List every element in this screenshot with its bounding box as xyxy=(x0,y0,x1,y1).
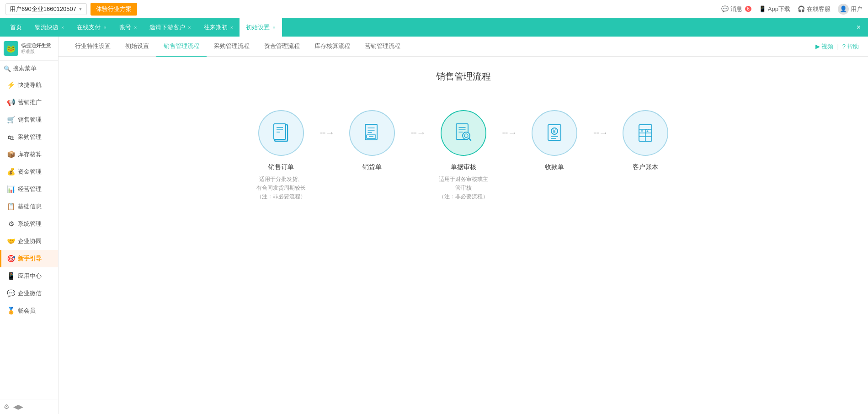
user-item[interactable]: 👤 用户 xyxy=(838,4,863,15)
svg-line-13 xyxy=(469,138,471,141)
sidebar-item-label: 采购管理 xyxy=(18,133,42,141)
sidebar-item-sys-mgmt[interactable]: ⚙ 系统管理 xyxy=(0,215,58,233)
sidebar-item-label: 企业微信 xyxy=(18,289,42,297)
subtab-industry[interactable]: 行业特性设置 xyxy=(68,37,118,57)
download-icon: 📱 xyxy=(759,5,766,12)
settings-icon[interactable]: ⚙ xyxy=(4,403,10,410)
step-name-customer-ledger: 客户账本 xyxy=(633,163,658,171)
sidebar-logo: 🐸 畅捷通好生意 标准版 xyxy=(0,37,58,61)
step-circle-customer-ledger[interactable]: ¥ ¥ xyxy=(623,110,668,156)
nav-tab-logistics-label: 物流快递 xyxy=(35,23,59,32)
step-circle-sales-invoice[interactable] xyxy=(349,110,395,156)
close-icon[interactable]: × xyxy=(134,25,137,30)
flow-steps: 销售订单 适用于分批发货、有合同发货周期较长（注：非必要流程） - - → xyxy=(77,110,850,202)
logo-title: 畅捷通好生意 xyxy=(21,42,51,48)
step-desc-sales-order: 适用于分批发货、有合同发货周期较长（注：非必要流程） xyxy=(256,175,306,202)
close-icon[interactable]: × xyxy=(272,25,275,30)
nav-tab-home[interactable]: 首页 xyxy=(4,18,28,37)
video-link[interactable]: ▶ 视频 xyxy=(815,42,833,51)
nav-tab-account[interactable]: 账号 × xyxy=(113,18,143,37)
sidebar-item-marketing[interactable]: 📢 营销推广 xyxy=(0,94,58,111)
sidebar-item-sales[interactable]: 🛒 销售管理 xyxy=(0,111,58,128)
sidebar-item-capital[interactable]: 💰 资金管理 xyxy=(0,163,58,180)
nav-tab-invite-label: 邀请下游客户 xyxy=(149,23,185,32)
sidebar-item-label: 资金管理 xyxy=(18,168,42,176)
sidebar-item-label: 畅会员 xyxy=(18,307,36,315)
help-label: 帮助 xyxy=(847,42,859,51)
nav-bar-close-button[interactable]: × xyxy=(853,23,864,32)
search-label: 搜索菜单 xyxy=(13,64,37,73)
step-doc-review: 单据审核 适用于财务审核或主管审核（注：非必要流程） xyxy=(427,110,500,202)
subtab-inventory-flow[interactable]: 库存核算流程 xyxy=(307,37,357,57)
sidebar-item-enterprise-wechat[interactable]: 💬 企业微信 xyxy=(0,285,58,302)
logo-sub: 标准版 xyxy=(21,48,51,55)
subtab-marketing-flow[interactable]: 营销管理流程 xyxy=(357,37,408,57)
collapse-icon[interactable]: ◀▶ xyxy=(13,403,23,410)
online-service-item[interactable]: 🎧 在线客服 xyxy=(798,5,831,13)
sidebar-item-enterprise-collab[interactable]: 🤝 企业协同 xyxy=(0,233,58,250)
online-service-label: 在线客服 xyxy=(807,5,831,13)
nav-tab-payment-label: 在线支付 xyxy=(77,23,101,32)
sidebar-item-purchase[interactable]: 🛍 采购管理 xyxy=(0,128,58,146)
company-select[interactable]: 用户690企业1660120507 ▼ xyxy=(5,3,87,15)
close-icon[interactable]: × xyxy=(188,25,191,30)
nav-bar: 首页 物流快递 × 在线支付 × 账号 × 邀请下游客户 × 往来期初 × 初始… xyxy=(0,18,868,37)
message-icon: 💬 xyxy=(721,5,729,12)
sidebar-item-label: 应用中心 xyxy=(18,272,42,280)
sidebar-item-member[interactable]: 🏅 畅会员 xyxy=(0,302,58,319)
nav-tab-init[interactable]: 初始设置 × xyxy=(240,18,282,37)
subtab-purchase-flow[interactable]: 采购管理流程 xyxy=(207,37,257,57)
divider: | xyxy=(837,43,838,50)
nav-tab-logistics[interactable]: 物流快递 × xyxy=(28,18,70,37)
close-icon[interactable]: × xyxy=(61,25,64,30)
subtab-inventory-flow-label: 库存核算流程 xyxy=(314,42,350,49)
subtab-sales-flow[interactable]: 销售管理流程 xyxy=(156,37,207,57)
purchase-icon: 🛍 xyxy=(7,133,15,141)
experience-button[interactable]: 体验行业方案 xyxy=(91,3,137,16)
sales-order-icon xyxy=(270,122,292,144)
sys-icon: ⚙ xyxy=(7,220,15,228)
sidebar-item-quick-nav[interactable]: ⚡ 快捷导航 xyxy=(0,76,58,94)
operations-icon: 📊 xyxy=(7,185,15,193)
messages-item[interactable]: 💬 消息 6 xyxy=(721,5,751,13)
step-circle-doc-review[interactable] xyxy=(441,110,486,156)
subtab-init-label: 初始设置 xyxy=(125,42,149,49)
logo-text-group: 畅捷通好生意 标准版 xyxy=(21,42,51,55)
sidebar-item-basic-info[interactable]: 📋 基础信息 xyxy=(0,198,58,215)
step-customer-ledger: ¥ ¥ 客户账本 xyxy=(609,110,682,175)
subtab-marketing-flow-label: 营销管理流程 xyxy=(365,42,400,49)
sidebar-item-label: 库存核算 xyxy=(18,150,42,159)
video-label: 视频 xyxy=(821,42,833,51)
help-link[interactable]: ? 帮助 xyxy=(842,42,859,51)
step-circle-sales-order[interactable] xyxy=(258,110,304,156)
messages-label: 消息 xyxy=(730,5,742,13)
sidebar-item-label: 销售管理 xyxy=(18,116,42,124)
nav-tab-period-label: 往来期初 xyxy=(204,23,228,32)
company-name: 用户690企业1660120507 xyxy=(10,5,76,13)
sidebar-item-new-guide[interactable]: 🎯 新手引导 xyxy=(0,250,58,267)
sidebar-item-operations[interactable]: 📊 经营管理 xyxy=(0,180,58,198)
avatar: 👤 xyxy=(838,4,849,15)
nav-tab-payment[interactable]: 在线支付 × xyxy=(70,18,112,37)
sidebar-item-inventory[interactable]: 📦 库存核算 xyxy=(0,146,58,163)
app-center-icon: 📱 xyxy=(7,272,15,280)
step-circle-receipt[interactable]: ¥ xyxy=(532,110,577,156)
sidebar-item-app-center[interactable]: 📱 应用中心 xyxy=(0,267,58,285)
sidebar-search[interactable]: 🔍 搜索菜单 xyxy=(0,61,58,76)
step-name-sales-order: 销售订单 xyxy=(268,163,294,171)
close-icon[interactable]: × xyxy=(230,25,233,30)
video-icon: ▶ xyxy=(815,43,820,50)
app-download-label: App下载 xyxy=(768,5,790,13)
app-download-item[interactable]: 📱 App下载 xyxy=(759,5,790,13)
close-icon[interactable]: × xyxy=(103,25,106,30)
subtab-purchase-flow-label: 采购管理流程 xyxy=(214,42,250,49)
step-name-receipt: 收款单 xyxy=(545,163,564,171)
marketing-icon: 📢 xyxy=(7,98,15,106)
arrow-icon: - - → xyxy=(502,127,516,138)
nav-tab-period[interactable]: 往来期初 × xyxy=(197,18,240,37)
nav-tab-invite[interactable]: 邀请下游客户 × xyxy=(143,18,197,37)
subtab-init[interactable]: 初始设置 xyxy=(118,37,156,57)
sidebar: 🐸 畅捷通好生意 标准版 🔍 搜索菜单 ⚡ 快捷导航 📢 营销推广 🛒 销售管理… xyxy=(0,37,59,414)
subtab-capital-flow[interactable]: 资金管理流程 xyxy=(257,37,307,57)
arrow-icon: - - → xyxy=(593,127,607,138)
